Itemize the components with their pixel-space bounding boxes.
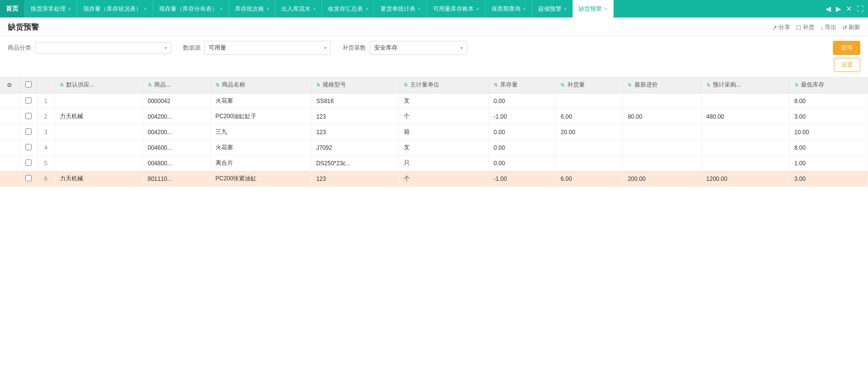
- row-checkbox-cell: [19, 109, 37, 124]
- close-tab-expiry-query[interactable]: ×: [523, 6, 526, 12]
- replenish-icon: ☐: [796, 24, 801, 31]
- close-tab-inventory-status[interactable]: ×: [144, 6, 147, 12]
- row-replenish-cell: [556, 140, 623, 156]
- datasource-select[interactable]: 可用量 ▾: [204, 41, 331, 55]
- refresh-button[interactable]: ↺ 刷新: [842, 23, 860, 32]
- tab-demand-stats[interactable]: 要货单统计表 ×: [375, 0, 427, 18]
- close-tab-available-ledger[interactable]: ×: [476, 6, 479, 12]
- tab-batch-error[interactable]: 拣货异常处理 ×: [25, 0, 77, 18]
- row-name-cell: 三九: [210, 124, 311, 140]
- col-est-purchase[interactable]: ⇅ 预计采购...: [701, 77, 789, 93]
- tab-recv-summary[interactable]: 收发存汇总表 ×: [322, 0, 375, 18]
- tab-inventory-dist[interactable]: 现存量（库存分布表） ×: [153, 0, 229, 18]
- sort-icon-supplier: ⇅: [60, 82, 64, 88]
- datasource-chevron-icon: ▾: [324, 45, 326, 51]
- row-settings-cell: [0, 171, 19, 187]
- col-settings[interactable]: ⚙: [0, 77, 19, 93]
- col-stock-qty[interactable]: ⇅ 库存量: [488, 77, 556, 93]
- refresh-icon: ↺: [842, 24, 847, 31]
- page-header: 缺货预警 ↗ 分享 ☐ 补货 ↓ 导出 ↺ 刷新: [0, 18, 868, 36]
- row-spec-cell: 123: [311, 171, 398, 187]
- row-code-cell: 004200...: [143, 124, 210, 140]
- row-checkbox[interactable]: [25, 159, 32, 166]
- close-tab-demand-stats[interactable]: ×: [418, 6, 421, 12]
- nav-close-button[interactable]: ✕: [844, 4, 854, 14]
- row-checkbox-cell: [19, 171, 37, 187]
- datasource-filter: 数据源 可用量 ▾: [183, 41, 331, 55]
- close-tab-batch-error[interactable]: ×: [68, 6, 71, 12]
- row-checkbox[interactable]: [25, 113, 32, 119]
- close-tab-inventory-dist[interactable]: ×: [220, 6, 223, 12]
- col-default-supplier[interactable]: ⇅ 默认供应...: [54, 77, 143, 93]
- nav-controls: ◀ ▶ ✕ ⛶: [821, 4, 868, 14]
- row-spec-cell: DS250*23c...: [311, 156, 398, 171]
- tab-overstock-warn[interactable]: 超储预警 ×: [532, 0, 573, 18]
- row-num-cell: 3: [37, 124, 54, 140]
- close-tab-recv-summary[interactable]: ×: [365, 6, 368, 12]
- row-spec-cell: SS816: [311, 93, 398, 109]
- row-supplier-cell: [54, 93, 143, 109]
- nav-prev-button[interactable]: ◀: [823, 4, 833, 14]
- row-price-cell: 80.00: [623, 109, 701, 124]
- row-num-cell: 2: [37, 109, 54, 124]
- row-num-cell: 6: [37, 171, 54, 187]
- row-checkbox[interactable]: [25, 128, 32, 135]
- row-checkbox[interactable]: [25, 144, 32, 150]
- col-product-name[interactable]: ⇅ 商品名称: [210, 77, 311, 93]
- page-title: 缺货预警: [8, 22, 772, 33]
- col-spec[interactable]: ⇅ 规格型号: [311, 77, 398, 93]
- datasource-label: 数据源: [183, 44, 200, 52]
- category-label: 商品分类: [8, 44, 31, 52]
- col-replenish-qty[interactable]: ⇅ 补货量: [556, 77, 623, 93]
- share-icon: ↗: [772, 24, 777, 31]
- replenish-base-filter: 补货基数 安全库存 ▾: [343, 41, 467, 55]
- row-name-cell: PC200张紧油缸: [210, 171, 311, 187]
- export-button[interactable]: ↓ 导出: [820, 23, 836, 32]
- col-unit[interactable]: ⇅ 主计量单位: [398, 77, 488, 93]
- replenish-button[interactable]: ☐ 补货: [796, 23, 814, 32]
- tab-shortage-warn[interactable]: 缺货预警 ×: [573, 0, 614, 18]
- row-est-cell: [701, 156, 789, 171]
- filters-main: 商品分类 ▾ 数据源 可用量 ▾ 补货基数 安全库存 ▾: [8, 41, 825, 55]
- row-min-stock-cell: 10.00: [789, 124, 868, 140]
- nav-next-button[interactable]: ▶: [833, 4, 844, 14]
- close-tab-inout-flow[interactable]: ×: [313, 6, 316, 12]
- table-row: 10000042火花塞SS816支0.008.00: [0, 93, 868, 109]
- sort-icon-min: ⇅: [795, 82, 798, 88]
- replenish-base-select[interactable]: 安全库存 ▾: [370, 41, 467, 55]
- row-replenish-cell: [556, 156, 623, 171]
- close-tab-batch-account[interactable]: ×: [267, 6, 270, 12]
- row-checkbox-cell: [19, 156, 37, 171]
- row-supplier-cell: [54, 124, 143, 140]
- row-min-stock-cell: 1.00: [789, 156, 868, 171]
- settings-button[interactable]: 设置: [834, 58, 860, 72]
- col-min-stock[interactable]: ⇅ 最低库存: [789, 77, 868, 93]
- tab-home[interactable]: 首页: [0, 0, 25, 18]
- row-settings-cell: [0, 140, 19, 156]
- tab-expiry-query[interactable]: 保质期查询 ×: [486, 0, 532, 18]
- row-checkbox[interactable]: [25, 175, 32, 181]
- category-select[interactable]: ▾: [35, 42, 171, 53]
- row-supplier-cell: [54, 140, 143, 156]
- close-tab-overstock-warn[interactable]: ×: [564, 6, 567, 12]
- close-tab-shortage-warn[interactable]: ×: [604, 6, 607, 12]
- sort-icon-code: ⇅: [148, 82, 152, 88]
- select-all-checkbox[interactable]: [25, 81, 32, 88]
- table-body: 10000042火花塞SS816支0.008.002力天机械004200...P…: [0, 93, 868, 187]
- col-row-num: [37, 77, 54, 93]
- row-checkbox[interactable]: [25, 97, 32, 104]
- col-product-code[interactable]: ⇅ 商品...: [143, 77, 210, 93]
- col-latest-price[interactable]: ⇅ 最新进价: [623, 77, 701, 93]
- row-price-cell: [623, 124, 701, 140]
- nav-fullscreen-button[interactable]: ⛶: [854, 4, 866, 14]
- row-price-cell: [623, 156, 701, 171]
- tab-available-ledger[interactable]: 可用量库存账本 ×: [427, 0, 486, 18]
- query-button[interactable]: 查询: [833, 41, 860, 55]
- tab-inout-flow[interactable]: 出入库流水 ×: [275, 0, 322, 18]
- row-price-cell: [623, 93, 701, 109]
- row-est-cell: 1200.00: [701, 171, 789, 187]
- data-table: ⚙ ⇅ 默认供应... ⇅ 商品... ⇅: [0, 77, 868, 187]
- tab-inventory-status[interactable]: 现存量（库存状况表） ×: [77, 0, 153, 18]
- share-button[interactable]: ↗ 分享: [772, 23, 790, 32]
- tab-batch-account[interactable]: 库存批次账 ×: [229, 0, 276, 18]
